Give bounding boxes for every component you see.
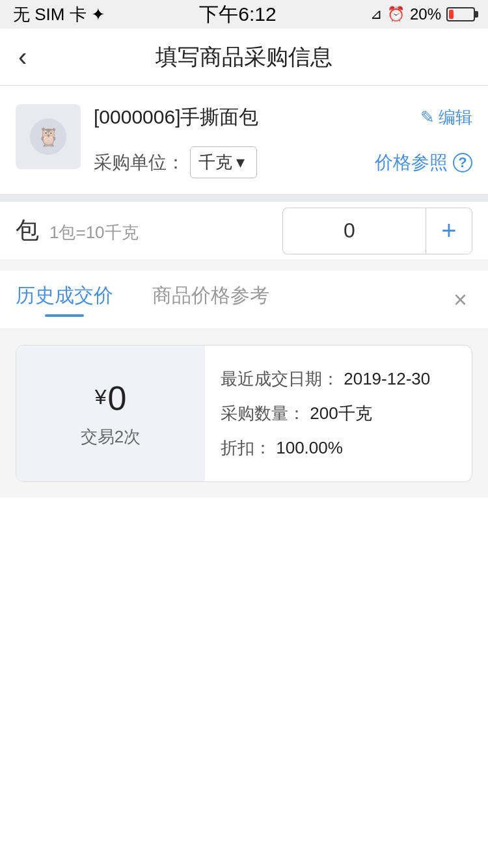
discount-value: 100.00% bbox=[276, 438, 343, 457]
unit-value: 千克 bbox=[198, 151, 232, 174]
tab-history-underline bbox=[45, 314, 84, 317]
tab-price-ref-label: 商品价格参考 bbox=[152, 282, 269, 309]
recent-date-label: 最近成交日期： bbox=[221, 369, 339, 388]
content-area bbox=[0, 498, 488, 868]
tab-history-price[interactable]: 历史成交价 bbox=[16, 277, 113, 322]
discount-label: 折扣： bbox=[221, 438, 271, 457]
qty-unit-label: 包 bbox=[16, 215, 39, 247]
trade-count: 交易2次 bbox=[81, 426, 141, 448]
unit-label: 采购单位： bbox=[94, 150, 185, 175]
trade-card-right: 最近成交日期： 2019-12-30 采购数量： 200千克 折扣： 100.0… bbox=[205, 346, 472, 481]
quantity-input[interactable] bbox=[282, 208, 426, 254]
tab-price-ref-underline bbox=[191, 314, 230, 317]
price-currency: ¥ bbox=[95, 385, 107, 409]
product-info: [0000006]手撕面包 ✎ 编辑 采购单位： 千克 ▾ 价格参照 ? bbox=[94, 104, 472, 178]
trade-card: ¥ 0 交易2次 最近成交日期： 2019-12-30 采购数量： 200千克 … bbox=[16, 345, 472, 482]
tabs-close-button[interactable]: × bbox=[448, 281, 472, 319]
section-divider bbox=[0, 194, 488, 202]
product-name: [0000006]手撕面包 bbox=[94, 104, 258, 131]
dropdown-icon: ▾ bbox=[236, 152, 245, 172]
edit-label: 编辑 bbox=[439, 106, 472, 129]
trade-detail-date: 最近成交日期： 2019-12-30 bbox=[221, 366, 456, 392]
recent-date-value: 2019-12-30 bbox=[344, 369, 430, 388]
price-value: 0 bbox=[107, 379, 126, 418]
trade-card-left: ¥ 0 交易2次 bbox=[16, 346, 205, 481]
quantity-plus-button[interactable]: + bbox=[426, 208, 472, 254]
status-right: ⊿ ⏰ 20% bbox=[370, 5, 475, 23]
battery-percent: 20% bbox=[410, 5, 441, 23]
nav-bar: ‹ 填写商品采购信息 bbox=[0, 29, 488, 86]
battery-icon bbox=[446, 7, 475, 21]
trade-detail-qty: 采购数量： 200千克 bbox=[221, 401, 456, 426]
status-bar: 无 SIM 卡 ✦ 下午6:12 ⊿ ⏰ 20% bbox=[0, 0, 488, 29]
back-button[interactable]: ‹ bbox=[18, 42, 27, 72]
price-ref-label: 价格参照 bbox=[375, 150, 448, 175]
trade-detail-discount: 折扣： 100.00% bbox=[221, 435, 456, 461]
unit-select[interactable]: 千克 ▾ bbox=[190, 146, 257, 178]
page-title: 填写商品采购信息 bbox=[156, 42, 332, 72]
signal-text: 无 SIM 卡 ✦ bbox=[13, 3, 105, 26]
location-icon: ⊿ bbox=[370, 6, 382, 23]
svg-text:🦉: 🦉 bbox=[37, 126, 60, 148]
tabs-bar: 历史成交价 商品价格参考 × bbox=[0, 271, 488, 329]
quantity-row: 包 1包=10千克 + bbox=[0, 202, 488, 260]
status-left: 无 SIM 卡 ✦ bbox=[13, 3, 105, 26]
tab-history-label: 历史成交价 bbox=[16, 282, 113, 309]
edit-icon: ✎ bbox=[420, 107, 435, 128]
price-ref-help-icon: ? bbox=[453, 153, 472, 172]
trade-price: ¥ 0 bbox=[95, 379, 127, 418]
status-time: 下午6:12 bbox=[199, 1, 276, 28]
alarm-icon: ⏰ bbox=[387, 6, 405, 23]
price-ref-link[interactable]: 价格参照 ? bbox=[375, 150, 472, 175]
tab-price-ref[interactable]: 商品价格参考 bbox=[152, 277, 269, 322]
product-image: 🦉 bbox=[16, 104, 81, 169]
qty-unit-hint: 1包=10千克 bbox=[49, 221, 139, 244]
qty-detail-value: 200千克 bbox=[310, 403, 372, 423]
edit-link[interactable]: ✎ 编辑 bbox=[420, 106, 472, 129]
product-section: 🦉 [0000006]手撕面包 ✎ 编辑 采购单位： 千克 ▾ bbox=[0, 86, 488, 194]
qty-detail-label: 采购数量： bbox=[221, 403, 305, 423]
